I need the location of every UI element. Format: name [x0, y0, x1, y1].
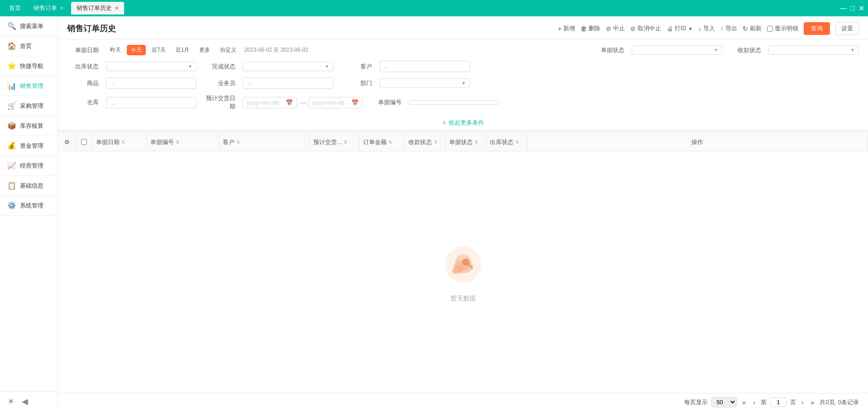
sidebar-item-basic[interactable]: 📋 基础信息 — [0, 176, 58, 196]
salesperson-label: 业务员 — [204, 79, 235, 87]
th-out-label: 出库状态 — [490, 138, 513, 146]
sidebar-item-home[interactable]: 🏠 首页 — [0, 36, 58, 56]
close-tab-sales-history-icon[interactable]: ✕ — [115, 5, 119, 11]
th-amount-label: 订单金额 — [363, 138, 387, 146]
sidebar-item-system[interactable]: ⚙️ 系统管理 — [0, 196, 58, 216]
th-no-label: 单据编号 — [150, 138, 174, 146]
import-button[interactable]: ↓ 导入 — [698, 24, 715, 33]
query-button[interactable]: 查询 — [804, 22, 830, 35]
close-window-icon[interactable]: ✕ — [858, 4, 864, 13]
sidebar-search[interactable]: 🔍 搜索菜单 — [0, 16, 58, 36]
sidebar-item-shortcuts[interactable]: ⭐ 快捷导航 — [0, 56, 58, 76]
last-page-button[interactable]: » — [809, 399, 816, 406]
goods-dotdot: ... — [110, 80, 115, 87]
th-amount[interactable]: 订单金额 ⇅ — [360, 133, 405, 151]
delete-label: 删除 — [589, 24, 600, 33]
date-btn-yesterday[interactable]: 昨天 — [106, 45, 125, 55]
order-status-label: 单据状态 — [593, 46, 624, 54]
sidebar-item-inventory[interactable]: 📦 库存核算 — [0, 116, 58, 136]
th-no[interactable]: 单据编号 ⇅ — [147, 133, 219, 151]
sidebar-item-operations[interactable]: 📈 经营管理 — [0, 156, 58, 176]
print-button[interactable]: 🖨 打印 ▼ — [667, 24, 693, 33]
dept-select[interactable]: ▼ — [379, 78, 470, 88]
new-button[interactable]: + 新增 — [558, 24, 575, 33]
date-btn-more[interactable]: 更多 — [195, 45, 214, 55]
salesperson-input[interactable]: ... — [243, 77, 333, 89]
settings-bottom-icon[interactable]: ☀ — [7, 396, 14, 406]
warehouse-input[interactable]: ... — [106, 97, 197, 108]
payment-status-arrow-icon: ▼ — [850, 48, 855, 53]
filter-row-status: 出库状态 ▼ 完成状态 ▼ 客户 ... — [67, 61, 859, 72]
cancel-stop-button[interactable]: ⊘ 取消中止 — [630, 24, 661, 33]
print-dropdown-icon: ▼ — [688, 26, 693, 31]
print-icon: 🖨 — [667, 25, 673, 32]
select-all-checkbox[interactable] — [81, 139, 87, 145]
delivery-date-label: 预计交货日期 — [204, 94, 235, 111]
top-bar: 首页 销售订单 ✕ 销售订单历史 ✕ — □ ✕ — [0, 0, 868, 16]
sidebar-item-sales[interactable]: 📊 销售管理 — [0, 76, 58, 96]
sidebar-item-purchase[interactable]: 🛒 采购管理 — [0, 96, 58, 116]
sidebar-item-purchase-label: 采购管理 — [20, 102, 43, 110]
th-check[interactable] — [76, 133, 92, 151]
purchase-icon: 🛒 — [7, 102, 16, 110]
page-label-prefix: 第 — [761, 398, 767, 406]
main-layout: 🔍 搜索菜单 🏠 首页 ⭐ 快捷导航 📊 销售管理 🛒 采购管理 📦 库存核算 … — [0, 16, 868, 411]
th-order-label: 单据状态 — [449, 138, 473, 146]
export-icon: ↑ — [720, 25, 724, 32]
th-customer[interactable]: 客户 ⇅ — [219, 133, 310, 151]
show-detail-checkbox[interactable] — [767, 26, 773, 32]
payment-status-select[interactable]: ▼ — [768, 45, 859, 55]
minimize-icon[interactable]: — — [839, 4, 847, 12]
sidebar-bottom: ☀ ◀ — [0, 392, 58, 411]
collapse-filters-button[interactable]: ∧ 收起更多条件 — [67, 116, 859, 130]
sidebar-item-finance[interactable]: 💰 资金管理 — [0, 136, 58, 156]
first-page-button[interactable]: « — [740, 399, 748, 406]
salesperson-dotdot: ... — [247, 80, 252, 87]
sort-customer-icon: ⇅ — [236, 140, 240, 145]
page-label-suffix: 页 — [790, 398, 796, 406]
delivery-date-from[interactable]: yyyy-mm-dd 📅 — [243, 97, 297, 108]
out-status-select[interactable]: ▼ — [106, 62, 197, 71]
customer-input[interactable]: ... — [379, 61, 470, 72]
sidebar-item-finance-label: 资金管理 — [20, 142, 43, 150]
cancel-stop-label: 取消中止 — [638, 24, 661, 33]
close-tab-sales-order-icon[interactable]: ✕ — [60, 5, 64, 11]
table-footer: 每页显示 20 50 100 « ‹ 第 页 › » 共0页, 0条记录 — [58, 393, 868, 411]
settings-button[interactable]: 设置 — [835, 22, 859, 35]
date-shortcuts: 昨天 今天 近7天 近1月 更多 自定义 — [106, 45, 240, 55]
stop-button[interactable]: ⊘ 中止 — [606, 24, 625, 33]
complete-status-select[interactable]: ▼ — [243, 62, 333, 71]
page-number-input[interactable] — [770, 397, 786, 407]
date-btn-today[interactable]: 今天 — [127, 45, 146, 55]
date-btn-1month[interactable]: 近1月 — [172, 45, 194, 55]
th-date[interactable]: 单据日期 ⇅ — [92, 133, 147, 151]
tab-sales-order[interactable]: 销售订单 ✕ — [28, 2, 69, 15]
order-status-select[interactable]: ▼ — [632, 45, 722, 55]
order-no-input[interactable] — [409, 100, 499, 105]
tab-sales-history[interactable]: 销售订单历史 ✕ — [71, 2, 124, 15]
gear-icon: ⚙ — [64, 139, 70, 145]
collapse-sidebar-icon[interactable]: ◀ — [22, 396, 28, 406]
th-out-status[interactable]: 出库状态 ⇅ — [486, 133, 527, 151]
maximize-icon[interactable]: □ — [850, 4, 855, 12]
export-button[interactable]: ↑ 导出 — [720, 24, 737, 33]
th-customer-label: 客户 — [223, 138, 235, 146]
th-delivery[interactable]: 预计交货... ⇅ — [310, 133, 360, 151]
page-size-select[interactable]: 20 50 100 — [711, 397, 737, 407]
prev-page-button[interactable]: ‹ — [751, 399, 757, 406]
delete-button[interactable]: 🗑 删除 — [580, 24, 600, 33]
th-pay-status[interactable]: 收款状态 ⇅ — [405, 133, 446, 151]
th-gear[interactable]: ⚙ — [58, 133, 76, 151]
next-page-button[interactable]: › — [800, 399, 806, 406]
th-order-status[interactable]: 单据状态 ⇅ — [446, 133, 486, 151]
delivery-date-to[interactable]: yyyy-mm-dd 📅 — [308, 97, 363, 108]
tab-home[interactable]: 首页 — [4, 2, 26, 15]
filter-row-warehouse: 仓库 ... 预计交货日期 yyyy-mm-dd 📅 — yyyy-mm-dd … — [67, 94, 859, 111]
date-btn-7days[interactable]: 近7天 — [148, 45, 170, 55]
refresh-button[interactable]: ↻ 刷新 — [743, 24, 762, 33]
goods-input[interactable]: ... — [106, 77, 197, 89]
show-detail-checkbox-label[interactable]: 显示明细 — [767, 24, 798, 33]
sort-pay-icon: ⇅ — [434, 140, 437, 145]
date-btn-custom[interactable]: 自定义 — [216, 45, 240, 55]
sidebar-item-operations-label: 经营管理 — [20, 162, 43, 170]
